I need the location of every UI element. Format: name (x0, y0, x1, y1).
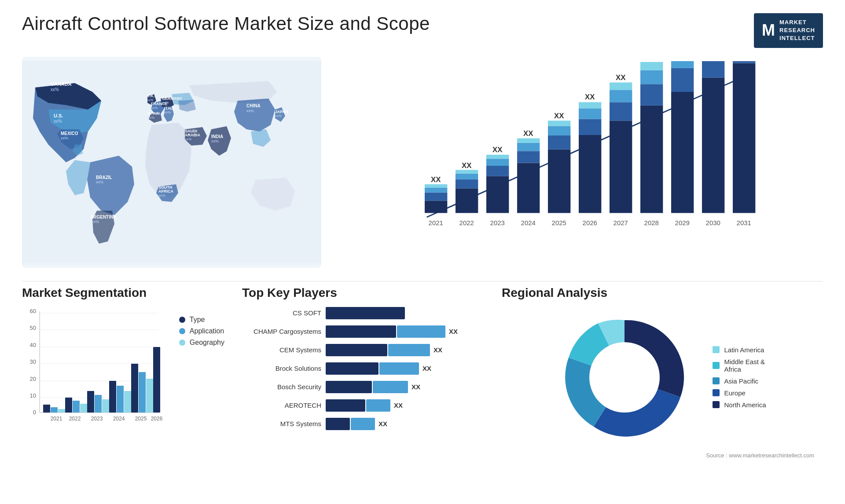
svg-rect-55 (517, 151, 540, 163)
player-row-brock: Brock Solutions XX (242, 362, 484, 375)
type-dot (179, 317, 185, 323)
logo: M MARKET RESEARCH INTELLECT (754, 13, 823, 48)
player-name: CEM Systems (242, 346, 321, 354)
svg-rect-66 (579, 135, 601, 213)
svg-rect-114 (58, 409, 65, 413)
latin-america-dot (713, 346, 720, 353)
svg-text:xx%: xx% (164, 110, 171, 114)
svg-rect-86 (671, 61, 694, 68)
player-name: Bosch Security (242, 383, 321, 391)
svg-text:xx%: xx% (275, 114, 282, 118)
svg-text:xx%: xx% (246, 109, 254, 113)
svg-rect-113 (51, 407, 58, 413)
bar-seg-mid (366, 399, 390, 412)
divider (22, 281, 823, 281)
svg-rect-122 (102, 399, 109, 413)
svg-rect-51 (486, 154, 509, 158)
svg-text:40: 40 (30, 342, 36, 348)
svg-text:30: 30 (30, 358, 36, 365)
legend-europe: Europe (713, 389, 766, 397)
player-bar-stack (326, 418, 375, 430)
legend-latin-america: Latin America (713, 346, 766, 354)
logo-icon: M (762, 21, 775, 40)
bar-seg-dark (326, 325, 396, 338)
player-bar-stack (326, 362, 419, 375)
donut-chart (558, 311, 691, 443)
player-bar: XX (326, 399, 484, 412)
geography-dot (179, 340, 185, 346)
svg-rect-129 (139, 372, 146, 413)
svg-text:ITALY: ITALY (164, 106, 175, 110)
svg-text:2022: 2022 (459, 219, 474, 226)
svg-text:2021: 2021 (51, 416, 62, 422)
svg-text:10: 10 (30, 392, 36, 399)
svg-text:XX: XX (462, 161, 472, 169)
svg-text:2028: 2028 (644, 219, 659, 226)
legend-asia-pacific: Asia Pacific (713, 377, 766, 385)
svg-rect-44 (456, 173, 478, 179)
svg-text:2023: 2023 (91, 416, 103, 422)
player-name: CS SOFT (242, 309, 321, 317)
svg-rect-57 (517, 138, 540, 142)
svg-text:2024: 2024 (113, 416, 125, 422)
segmentation-legend: Type Application Geography (179, 316, 224, 347)
player-bar-stack (326, 325, 445, 338)
svg-text:0: 0 (33, 409, 36, 416)
player-xx: XX (449, 328, 458, 335)
bar-seg-mid (373, 381, 408, 393)
player-bar: XX (326, 418, 484, 430)
legend-middle-east: Middle East &Africa (713, 358, 766, 373)
svg-text:U.S.: U.S. (54, 113, 63, 118)
svg-rect-43 (456, 179, 478, 188)
player-bar-stack (326, 307, 405, 319)
svg-text:60: 60 (30, 308, 36, 314)
svg-text:ARGENTINA: ARGENTINA (90, 215, 116, 219)
bar-seg-dark (326, 399, 365, 412)
svg-rect-73 (610, 102, 632, 121)
svg-rect-80 (640, 70, 663, 84)
svg-rect-125 (117, 386, 124, 413)
regional-legend: Latin America Middle East &Africa Asia P… (713, 346, 766, 409)
svg-text:xx%: xx% (185, 137, 191, 141)
svg-rect-38 (425, 187, 447, 192)
svg-text:2031: 2031 (737, 219, 751, 226)
north-america-dot (713, 401, 720, 408)
svg-rect-112 (43, 405, 50, 413)
svg-text:XX: XX (523, 129, 533, 137)
svg-text:BRAZIL: BRAZIL (96, 175, 112, 180)
svg-rect-75 (610, 82, 632, 90)
market-segmentation: Market Segmentation 60 50 40 30 20 (22, 286, 224, 497)
svg-text:50: 50 (30, 325, 36, 331)
svg-text:MEXICO: MEXICO (61, 131, 78, 136)
source-text: Source : www.marketresearchintellect.com (706, 452, 823, 459)
svg-rect-54 (517, 163, 540, 213)
svg-rect-78 (640, 105, 663, 213)
player-xx: XX (422, 365, 431, 372)
svg-rect-60 (548, 149, 570, 213)
segmentation-title: Market Segmentation (22, 286, 224, 300)
svg-rect-89 (702, 77, 724, 213)
bar-seg-mid (388, 344, 430, 356)
svg-text:xx%: xx% (148, 116, 154, 120)
bar-seg-mid (351, 418, 375, 430)
donut-svg (558, 311, 691, 443)
svg-text:2026: 2026 (583, 219, 597, 226)
svg-rect-68 (579, 108, 601, 119)
svg-text:CANADA: CANADA (51, 81, 72, 87)
svg-rect-120 (87, 391, 94, 413)
svg-text:INDIA: INDIA (211, 134, 223, 139)
map-svg: CANADA xx% U.S. xx% MEXICO xx% BRAZIL xx… (22, 57, 321, 268)
europe-dot (713, 389, 720, 396)
svg-text:XX: XX (554, 111, 564, 120)
svg-text:AFRICA: AFRICA (158, 189, 173, 194)
svg-rect-67 (579, 119, 601, 135)
svg-text:2025: 2025 (552, 219, 566, 226)
svg-rect-79 (640, 84, 663, 106)
svg-text:2025: 2025 (135, 416, 147, 422)
svg-text:2024: 2024 (521, 219, 536, 226)
player-name: Brock Solutions (242, 365, 321, 372)
player-row-aerotech: AEROTECH XX (242, 399, 484, 412)
svg-text:2029: 2029 (675, 219, 690, 226)
legend-type: Type (179, 316, 224, 324)
player-bar: XX (326, 344, 484, 356)
